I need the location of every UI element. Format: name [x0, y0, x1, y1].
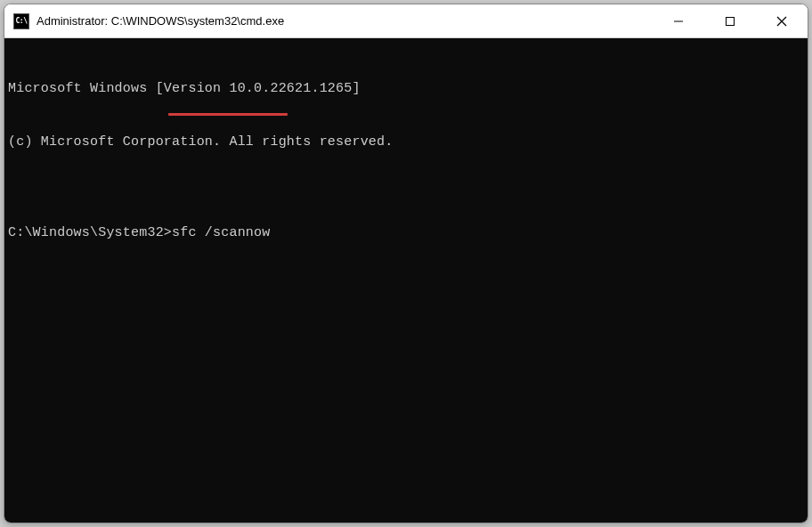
close-button[interactable]: [756, 4, 808, 37]
close-icon: [776, 16, 787, 27]
maximize-icon: [725, 16, 735, 27]
red-underline-annotation: [168, 113, 288, 116]
cmd-window: C:\ Administrator: C:\WINDOWS\system32\c…: [4, 4, 808, 523]
window-controls: [653, 4, 808, 37]
maximize-button[interactable]: [704, 4, 756, 37]
terminal-area[interactable]: Microsoft Windows [Version 10.0.22621.12…: [4, 38, 808, 523]
titlebar[interactable]: C:\ Administrator: C:\WINDOWS\system32\c…: [4, 4, 808, 38]
terminal-copyright-line: (c) Microsoft Corporation. All rights re…: [8, 134, 804, 151]
minimize-button[interactable]: [653, 4, 704, 37]
terminal-version-line: Microsoft Windows [Version 10.0.22621.12…: [8, 80, 804, 98]
terminal-prompt-line: C:\Windows\System32>sfc /scannow: [8, 224, 804, 242]
prompt-text: C:\Windows\System32>: [8, 225, 172, 240]
window-title: Administrator: C:\WINDOWS\system32\cmd.e…: [37, 14, 653, 28]
cmd-icon: C:\: [13, 13, 29, 29]
command-text: sfc /scannow: [172, 225, 270, 240]
svg-rect-1: [727, 17, 735, 25]
minimize-icon: [673, 16, 684, 27]
